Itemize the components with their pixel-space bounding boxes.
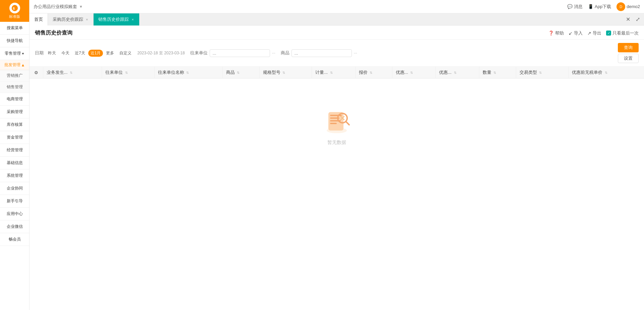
sidebar-item-retail[interactable]: 零售管理 ▼ bbox=[0, 47, 29, 60]
svg-rect-7 bbox=[330, 123, 337, 124]
sort-icon: ⇅ bbox=[605, 71, 607, 74]
date-opt-today[interactable]: 今天 bbox=[59, 50, 72, 57]
import-label: 导入 bbox=[574, 30, 583, 36]
tab-expand-button[interactable]: ⤢ bbox=[634, 15, 641, 23]
sidebar-item-guide[interactable]: 新手引导 bbox=[0, 195, 29, 208]
table-col-quoted-price[interactable]: 报价 ⇅ bbox=[355, 67, 392, 79]
table-col-pretax-price[interactable]: 优惠前无税单价 ⇅ bbox=[569, 67, 644, 79]
table-col-unit[interactable]: 计量... ⇅ bbox=[312, 67, 355, 79]
date-opt-1month[interactable]: 近1月 bbox=[88, 50, 103, 57]
app-download-button[interactable]: 📱 App下载 bbox=[588, 4, 611, 10]
only-last-checkbox-label[interactable]: ✓ 只看最后一次 bbox=[606, 30, 639, 36]
sort-icon: ⇅ bbox=[330, 71, 333, 74]
filter-bar: 日期 昨天 今天 近7天 近1月 更多 自定义 2023-02-18 至 202… bbox=[30, 40, 644, 67]
partner-dots-button[interactable]: ··· bbox=[272, 51, 275, 55]
help-button[interactable]: ❓ 帮助 bbox=[548, 30, 564, 36]
tab-purchase-history-label: 采购历史价跟踪 bbox=[53, 16, 83, 22]
tab-purchase-history[interactable]: 采购历史价跟踪 × bbox=[48, 13, 94, 25]
sidebar-logo: 6 标准版 bbox=[0, 0, 29, 22]
check-icon: ✓ bbox=[607, 31, 610, 35]
table-wrapper: ⚙ 业务发生... ⇅ 往来单位 ⇅ 往来单位名称 ⇅ bbox=[30, 67, 644, 166]
avatar: D bbox=[616, 2, 625, 11]
table-col-gear[interactable]: ⚙ bbox=[30, 67, 43, 79]
tab-close-all-button[interactable]: ✕ bbox=[625, 15, 632, 23]
sort-icon: ⇅ bbox=[237, 71, 239, 74]
table-col-discount2[interactable]: 优惠... ⇅ bbox=[436, 67, 479, 79]
svg-rect-4 bbox=[330, 115, 342, 116]
sort-icon: ⇅ bbox=[125, 71, 128, 74]
sidebar-item-quick-nav[interactable]: 快捷导航 bbox=[0, 35, 29, 47]
table-col-biz-date[interactable]: 业务发生... ⇅ bbox=[43, 67, 102, 79]
sidebar-item-label: 经营管理 bbox=[7, 148, 23, 152]
date-opt-yesterday[interactable]: 昨天 bbox=[46, 50, 58, 57]
sort-icon: ⇅ bbox=[186, 71, 189, 74]
product-input[interactable] bbox=[291, 49, 352, 57]
table-col-partner-code[interactable]: 往来单位 ⇅ bbox=[102, 67, 154, 79]
sidebar-item-label: 基础信息 bbox=[7, 160, 23, 165]
table-col-product[interactable]: 商品 ⇅ bbox=[222, 67, 259, 79]
empty-icon bbox=[322, 105, 352, 136]
sidebar-item-search[interactable]: 搜索菜单 bbox=[0, 22, 29, 35]
sidebar-item-operation[interactable]: 经营管理 bbox=[0, 144, 29, 157]
import-icon: ↙ bbox=[569, 31, 573, 36]
app-title: 办公用品行业模拟账套 bbox=[34, 4, 77, 10]
sidebar-item-label: 电商管理 bbox=[7, 97, 23, 101]
date-opt-7days[interactable]: 近7天 bbox=[72, 50, 88, 57]
top-bar-left: 办公用品行业模拟账套 ▾ bbox=[34, 4, 82, 10]
sidebar-item-marketing[interactable]: 营销推广 bbox=[0, 70, 29, 82]
sidebar-item-finance[interactable]: 资金管理 bbox=[0, 131, 29, 144]
sidebar-item-label: 快捷导航 bbox=[7, 38, 23, 43]
table-col-partner-name[interactable]: 往来单位名称 ⇅ bbox=[154, 67, 222, 79]
table-header-row: ⚙ 业务发生... ⇅ 往来单位 ⇅ 往来单位名称 ⇅ bbox=[30, 67, 644, 79]
sidebar-item-wholesale[interactable]: 批发管理 ▲ bbox=[0, 60, 29, 70]
user-menu[interactable]: D demo2 bbox=[616, 2, 640, 11]
date-opt-custom[interactable]: 自定义 bbox=[117, 50, 134, 57]
help-label: 帮助 bbox=[555, 30, 564, 36]
partner-input[interactable] bbox=[210, 49, 270, 57]
sidebar-item-inventory[interactable]: 库存核算 bbox=[0, 118, 29, 131]
sidebar-item-label: 销售管理 bbox=[7, 85, 23, 89]
tab-purchase-history-close[interactable]: × bbox=[85, 17, 89, 21]
product-dots-button[interactable]: ··· bbox=[354, 51, 357, 55]
tab-sales-history[interactable]: 销售历史价跟踪 × bbox=[94, 13, 139, 25]
app-title-dropdown-icon[interactable]: ▾ bbox=[80, 4, 82, 9]
page-header: 销售历史价查询 ❓ 帮助 ↙ 导入 ↗ 导出 ✓ 只 bbox=[30, 25, 644, 40]
date-options: 昨天 今天 近7天 近1月 更多 自定义 bbox=[46, 50, 134, 57]
sidebar-item-enterprise[interactable]: 企业协同 bbox=[0, 182, 29, 195]
tab-home[interactable]: 首页 bbox=[30, 13, 48, 25]
tab-sales-history-close[interactable]: × bbox=[131, 17, 134, 21]
sidebar-item-label: 批发管理 bbox=[4, 62, 20, 68]
table-col-trade-type[interactable]: 交易类型 ⇅ bbox=[516, 67, 568, 79]
sidebar-item-apps[interactable]: 应用中心 bbox=[0, 208, 29, 220]
message-icon: 💬 bbox=[567, 4, 573, 9]
sidebar-item-wechat[interactable]: 企业微信 bbox=[0, 220, 29, 233]
sidebar-item-purchase[interactable]: 采购管理 bbox=[0, 106, 29, 118]
only-last-label: 只看最后一次 bbox=[612, 30, 639, 36]
message-label: 消息 bbox=[574, 4, 583, 10]
user-name: demo2 bbox=[627, 4, 640, 9]
sidebar-item-basic[interactable]: 基础信息 bbox=[0, 157, 29, 169]
table-col-quantity[interactable]: 数量 ⇅ bbox=[479, 67, 516, 79]
product-filter-group: 商品 ··· bbox=[281, 49, 357, 57]
sidebar: 6 标准版 搜索菜单 快捷导航 零售管理 ▼ 批发管理 ▲ 营销推广 销售管理 … bbox=[0, 0, 30, 310]
query-button[interactable]: 查询 bbox=[618, 43, 639, 52]
top-bar: 办公用品行业模拟账套 ▾ 💬 消息 📱 App下载 D demo2 bbox=[30, 0, 644, 13]
sidebar-item-member[interactable]: 畅会员 bbox=[0, 233, 29, 246]
sidebar-item-label: 新手引导 bbox=[7, 199, 23, 203]
sidebar-item-ecommerce[interactable]: 电商管理 bbox=[0, 93, 29, 106]
settings-button[interactable]: 设置 bbox=[618, 54, 639, 63]
sort-icon: ⇅ bbox=[410, 71, 413, 74]
partner-filter-label: 往来单位 bbox=[190, 50, 208, 56]
only-last-checkbox[interactable]: ✓ bbox=[606, 31, 611, 36]
table-col-spec[interactable]: 规格型号 ⇅ bbox=[259, 67, 312, 79]
sidebar-item-system[interactable]: 系统管理 bbox=[0, 169, 29, 182]
message-button[interactable]: 💬 消息 bbox=[567, 4, 583, 10]
export-button[interactable]: ↗ 导出 bbox=[587, 30, 601, 36]
product-filter-label: 商品 bbox=[281, 50, 289, 56]
sidebar-item-sales[interactable]: 销售管理 bbox=[0, 82, 29, 93]
top-bar-right: 💬 消息 📱 App下载 D demo2 bbox=[567, 2, 640, 11]
main-area: 办公用品行业模拟账套 ▾ 💬 消息 📱 App下载 D demo2 首页 采购历… bbox=[30, 0, 644, 310]
table-col-discount1[interactable]: 优惠... ⇅ bbox=[392, 67, 435, 79]
import-button[interactable]: ↙ 导入 bbox=[569, 30, 583, 36]
date-opt-more[interactable]: 更多 bbox=[104, 50, 116, 57]
